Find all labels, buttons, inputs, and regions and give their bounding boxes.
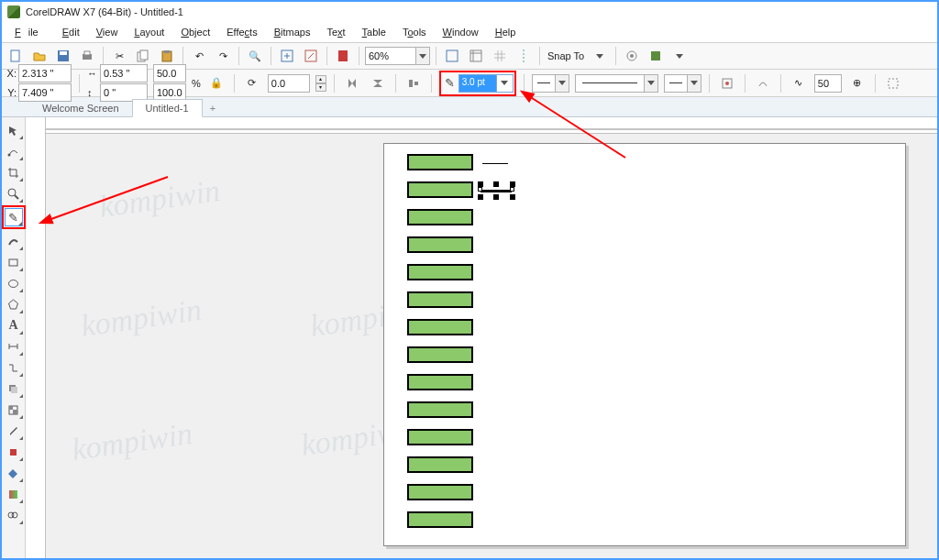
menu-effects[interactable]: Effects bbox=[219, 25, 264, 39]
bounding-box-button[interactable] bbox=[883, 73, 903, 93]
end-arrow-combo[interactable] bbox=[664, 74, 701, 93]
zoom-combo[interactable] bbox=[365, 47, 430, 65]
sel-handle-sw[interactable] bbox=[478, 194, 483, 200]
sel-handle-e[interactable] bbox=[510, 187, 514, 192]
mirror-h-button[interactable] bbox=[342, 73, 362, 93]
save-button[interactable] bbox=[53, 46, 73, 66]
rect-1[interactable] bbox=[407, 154, 473, 170]
scale-x-input[interactable] bbox=[153, 64, 186, 82]
close-curve-button[interactable] bbox=[753, 73, 773, 93]
search-button[interactable]: 🔍 bbox=[245, 46, 265, 66]
menu-bitmaps[interactable]: Bitmaps bbox=[267, 25, 318, 39]
cut-button[interactable]: ✂ bbox=[109, 46, 129, 66]
canvas-area[interactable]: kompiwin kompiwin kompiwin kompiwin komp… bbox=[26, 117, 937, 558]
width-input[interactable] bbox=[100, 64, 148, 82]
options-button[interactable] bbox=[622, 46, 642, 66]
fill-tool[interactable] bbox=[5, 464, 23, 482]
menu-help[interactable]: Help bbox=[488, 25, 524, 39]
show-rulers-button[interactable] bbox=[466, 46, 486, 66]
ellipse-tool[interactable] bbox=[5, 274, 23, 292]
drop-shadow-tool[interactable] bbox=[5, 379, 23, 398]
tab-welcome[interactable]: Welcome Screen bbox=[29, 100, 132, 116]
copy-button[interactable] bbox=[133, 46, 153, 66]
export-button[interactable] bbox=[301, 46, 321, 66]
rect-10[interactable] bbox=[407, 401, 473, 418]
new-button[interactable] bbox=[6, 46, 26, 66]
menu-tools[interactable]: Tools bbox=[395, 25, 434, 39]
artistic-media-tool[interactable] bbox=[5, 232, 23, 250]
pick-tool[interactable] bbox=[5, 121, 23, 139]
fullscreen-button[interactable] bbox=[442, 46, 462, 66]
freehand-tool[interactable]: ✎ bbox=[5, 208, 23, 226]
vertical-ruler[interactable] bbox=[26, 117, 46, 558]
menu-view[interactable]: View bbox=[89, 25, 126, 39]
parallel-dimension-tool[interactable] bbox=[5, 337, 23, 356]
rect-12[interactable] bbox=[407, 456, 473, 473]
interactive-fill-tool[interactable] bbox=[5, 485, 23, 503]
menu-file[interactable]: File bbox=[7, 25, 53, 39]
outline-width-input[interactable]: 3.0 pt bbox=[458, 74, 497, 93]
print-button[interactable] bbox=[77, 46, 97, 66]
wrap-text-button[interactable] bbox=[717, 73, 737, 93]
import-button[interactable] bbox=[277, 46, 297, 66]
line-object-1[interactable] bbox=[482, 163, 508, 164]
rect-3[interactable] bbox=[407, 209, 473, 225]
rect-4[interactable] bbox=[407, 236, 473, 253]
text-tool[interactable]: A bbox=[5, 316, 23, 335]
shape-tool[interactable] bbox=[5, 142, 23, 160]
rotation-spinner[interactable]: ▴▾ bbox=[315, 75, 326, 92]
zoom-dropdown-icon[interactable] bbox=[416, 47, 430, 65]
paste-button[interactable] bbox=[157, 46, 177, 66]
crop-tool[interactable] bbox=[5, 163, 23, 181]
app-dropdown[interactable] bbox=[669, 46, 690, 66]
snap-dropdown[interactable] bbox=[590, 46, 610, 66]
calligraphy-input[interactable] bbox=[814, 74, 842, 93]
rect-7[interactable] bbox=[407, 319, 473, 335]
menu-window[interactable]: Window bbox=[436, 25, 486, 39]
zoom-input[interactable] bbox=[365, 47, 416, 65]
rect-8[interactable] bbox=[407, 346, 473, 363]
smart-fill-tool[interactable] bbox=[5, 506, 23, 524]
y-input[interactable] bbox=[18, 83, 72, 102]
menu-layout[interactable]: Layout bbox=[127, 25, 171, 39]
align-button[interactable] bbox=[403, 73, 424, 93]
rect-6[interactable] bbox=[407, 291, 473, 308]
rect-14[interactable] bbox=[407, 511, 473, 528]
outline-width-dropdown-icon[interactable] bbox=[497, 74, 514, 93]
menu-object[interactable]: Object bbox=[173, 25, 217, 39]
rect-9[interactable] bbox=[407, 374, 473, 390]
sel-handle-s[interactable] bbox=[493, 194, 499, 200]
tab-untitled1[interactable]: Untitled-1 bbox=[132, 99, 203, 117]
transparency-tool[interactable] bbox=[5, 401, 23, 419]
zoom-tool[interactable] bbox=[5, 184, 23, 203]
menu-table[interactable]: Table bbox=[355, 25, 393, 39]
sel-handle-se[interactable] bbox=[510, 194, 515, 200]
outline-pen-tool[interactable] bbox=[5, 443, 23, 461]
publish-pdf-button[interactable] bbox=[333, 46, 353, 66]
open-button[interactable] bbox=[29, 46, 50, 66]
show-grid-button[interactable] bbox=[490, 46, 510, 66]
calligraphy-target-button[interactable]: ⊕ bbox=[847, 73, 867, 93]
rect-11[interactable] bbox=[407, 429, 473, 445]
horizontal-ruler[interactable] bbox=[46, 117, 937, 134]
connector-tool[interactable] bbox=[5, 358, 23, 377]
redo-button[interactable]: ↷ bbox=[213, 46, 233, 66]
lock-ratio-button[interactable]: 🔒 bbox=[206, 73, 226, 93]
rotation-input[interactable] bbox=[268, 74, 310, 93]
rect-5[interactable] bbox=[407, 264, 473, 280]
rect-13[interactable] bbox=[407, 484, 473, 500]
menu-text[interactable]: Text bbox=[319, 25, 352, 39]
show-guidelines-button[interactable] bbox=[514, 46, 534, 66]
tab-add[interactable]: + bbox=[203, 100, 223, 116]
launch-button[interactable] bbox=[646, 46, 666, 66]
menu-edit[interactable]: Edit bbox=[55, 25, 87, 39]
sel-handle-nw[interactable] bbox=[478, 181, 483, 187]
polygon-tool[interactable] bbox=[5, 295, 23, 313]
line-style-combo[interactable] bbox=[575, 74, 658, 93]
undo-button[interactable]: ↶ bbox=[189, 46, 209, 66]
selected-line[interactable] bbox=[481, 190, 512, 192]
eyedropper-tool[interactable] bbox=[5, 422, 23, 440]
rect-2[interactable] bbox=[407, 181, 473, 198]
mirror-v-button[interactable] bbox=[368, 73, 388, 93]
rectangle-tool[interactable] bbox=[5, 253, 23, 271]
